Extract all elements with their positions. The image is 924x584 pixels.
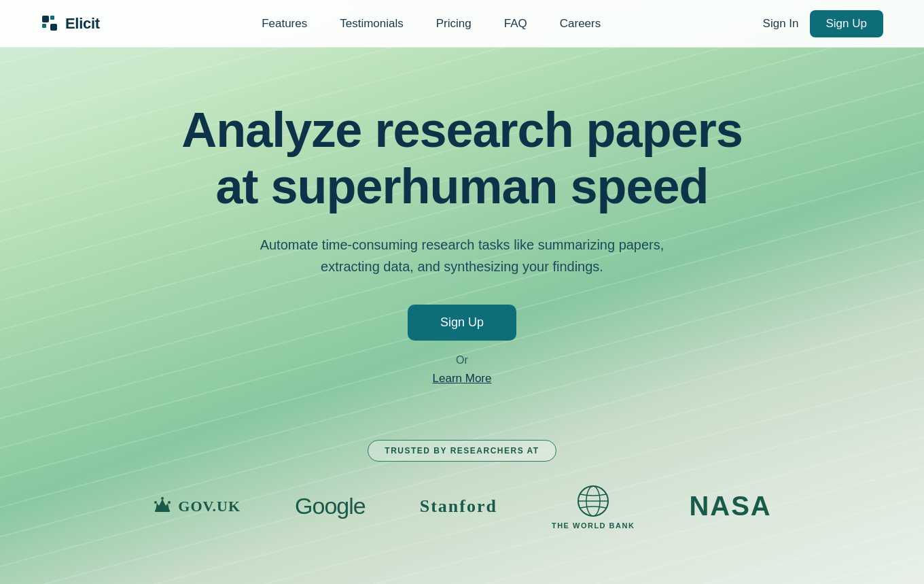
- govuk-text: GOV.UK: [178, 498, 241, 515]
- hero-content: Analyze research papers at superhuman sp…: [0, 48, 924, 385]
- nav-careers[interactable]: Careers: [560, 17, 601, 31]
- logo[interactable]: Elicit: [41, 14, 100, 33]
- nav-features[interactable]: Features: [262, 17, 307, 31]
- signup-nav-button[interactable]: Sign Up: [810, 10, 883, 37]
- logo-icon: [41, 14, 60, 33]
- crown-icon: [152, 495, 173, 518]
- svg-point-5: [154, 501, 157, 504]
- worldbank-globe-icon: [575, 483, 611, 519]
- logo-text: Elicit: [65, 15, 100, 33]
- nav-testimonials[interactable]: Testimonials: [340, 17, 404, 31]
- svg-rect-2: [42, 24, 46, 28]
- nasa-text: NASA: [689, 491, 771, 521]
- trusted-badge: TRUSTED BY RESEARCHERS AT: [368, 440, 556, 462]
- svg-rect-4: [155, 510, 170, 512]
- hero-section: Analyze research papers at superhuman sp…: [0, 0, 924, 584]
- nav-actions: Sign In Sign Up: [763, 10, 883, 37]
- nav-pricing[interactable]: Pricing: [436, 17, 472, 31]
- stanford-text: Stanford: [420, 496, 497, 517]
- logos-row: GOV.UK Google Stanford THE W: [152, 483, 771, 530]
- logo-google: Google: [295, 493, 366, 519]
- svg-point-7: [168, 501, 171, 504]
- hero-title: Analyze research papers at superhuman sp…: [181, 102, 742, 215]
- signup-hero-button[interactable]: Sign Up: [408, 305, 516, 341]
- nav-faq[interactable]: FAQ: [504, 17, 527, 31]
- nav-links: Features Testimonials Pricing FAQ Career…: [262, 17, 601, 31]
- worldbank-text: THE WORLD BANK: [552, 521, 635, 530]
- svg-rect-3: [50, 24, 57, 31]
- google-text: Google: [295, 493, 366, 519]
- logo-nasa: NASA: [689, 491, 771, 521]
- logo-worldbank: THE WORLD BANK: [552, 483, 635, 530]
- navbar: Elicit Features Testimonials Pricing FAQ…: [0, 0, 924, 48]
- logo-stanford: Stanford: [420, 496, 497, 517]
- svg-rect-0: [42, 16, 49, 22]
- svg-rect-1: [50, 16, 54, 20]
- logo-govuk: GOV.UK: [152, 495, 241, 518]
- svg-point-6: [161, 497, 164, 500]
- learn-more-link[interactable]: Learn More: [433, 372, 492, 385]
- signin-button[interactable]: Sign In: [763, 17, 799, 31]
- hero-subtitle: Automate time-consuming research tasks l…: [258, 234, 666, 277]
- trusted-section: TRUSTED BY RESEARCHERS AT GOV.UK: [0, 440, 924, 557]
- hero-or-text: Or: [456, 354, 468, 366]
